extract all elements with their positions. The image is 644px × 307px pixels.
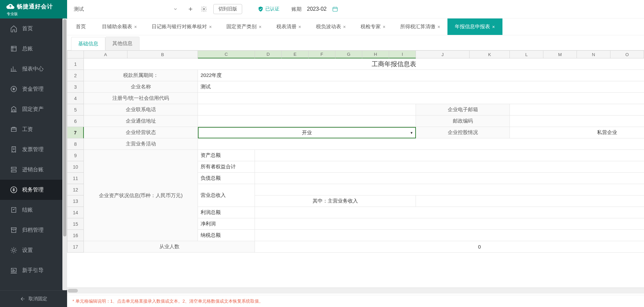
period-value[interactable]: 2023-02	[307, 6, 327, 12]
cell[interactable]	[255, 173, 644, 184]
col-header[interactable]: F	[309, 50, 335, 58]
col-header[interactable]: A	[84, 50, 127, 58]
row-header[interactable]: 14	[67, 207, 84, 218]
tab-item[interactable]: 年报信息申报表×	[447, 18, 502, 35]
cell[interactable]: 纳税总额	[198, 230, 255, 241]
switch-old-version-button[interactable]: 切到旧版	[213, 4, 242, 14]
cell[interactable]: 其中：主营业务收入	[255, 195, 416, 207]
cell[interactable]: 0	[255, 241, 644, 253]
tab-close-icon[interactable]: ×	[343, 24, 346, 30]
col-header[interactable]: C	[198, 50, 255, 58]
tab-item[interactable]: 税表清册×	[269, 18, 309, 35]
subtab-item[interactable]: 基础信息	[71, 37, 105, 50]
cell[interactable]	[255, 150, 644, 161]
cell[interactable]: 净利润	[198, 218, 255, 230]
row-header[interactable]: 1	[67, 58, 84, 70]
sidebar-item-home[interactable]: 首页	[0, 18, 67, 39]
cell[interactable]	[416, 195, 644, 207]
col-header[interactable]: D	[255, 50, 282, 58]
cell[interactable]	[198, 138, 644, 150]
sidebar-item-salary[interactable]: 工资	[0, 119, 67, 139]
tab-item[interactable]: 固定资产类别×	[219, 18, 269, 35]
cell[interactable]	[255, 218, 644, 230]
subtab-item[interactable]: 其他信息	[105, 37, 140, 50]
sidebar-item-ledger[interactable]: 总账	[0, 39, 67, 59]
col-header[interactable]: N	[577, 50, 610, 58]
sidebar-item-inout[interactable]: 进销台账	[0, 160, 67, 180]
cell[interactable]: 资产总额	[198, 150, 255, 161]
cell[interactable]: 利润总额	[198, 207, 255, 218]
cell[interactable]: 主营业务活动	[84, 138, 198, 150]
sidebar-item-close[interactable]: 结账	[0, 200, 67, 220]
sidebar-item-invoice[interactable]: 发票管理	[0, 139, 67, 160]
sidebar-item-chart[interactable]: 报表中心	[0, 59, 67, 79]
cell[interactable]: 负债总额	[198, 173, 255, 184]
col-header[interactable]: K	[470, 50, 510, 58]
cell[interactable]: 注册号/统一社会信用代码	[84, 93, 198, 104]
row-header[interactable]: 16	[67, 230, 84, 241]
cell[interactable]	[198, 104, 416, 116]
cell[interactable]: 企业联系电话	[84, 104, 198, 116]
tab-close-icon[interactable]: ×	[299, 24, 301, 30]
sidebar-item-tax[interactable]: 税务管理	[0, 180, 67, 200]
cell[interactable]: 2022年度	[198, 70, 644, 81]
cell[interactable]: 所有者权益合计	[198, 161, 255, 173]
merged-asset-label[interactable]: 企业资产状况信息(币种：人民币万元)	[84, 150, 198, 241]
cell[interactable]: 企业经营状态	[84, 127, 198, 138]
col-header[interactable]: I	[389, 50, 416, 58]
row-header[interactable]: 15	[67, 218, 84, 230]
cell[interactable]	[510, 104, 644, 116]
row-header[interactable]: 5	[67, 104, 84, 116]
sidebar-item-money[interactable]: 资金管理	[0, 79, 67, 99]
row-header[interactable]: 7	[67, 127, 84, 138]
sheet-title[interactable]: 工商年报信息表	[84, 58, 644, 70]
add-button[interactable]	[186, 5, 195, 13]
row-header[interactable]: 9	[67, 150, 84, 161]
cell[interactable]	[255, 207, 644, 218]
tab-close-icon[interactable]: ×	[259, 24, 261, 30]
sidebar-item-gear[interactable]: 设置	[0, 240, 67, 260]
settings-button[interactable]	[200, 5, 208, 13]
col-header[interactable]: O	[610, 50, 644, 58]
sheet-corner[interactable]	[67, 50, 84, 58]
col-header[interactable]: E	[282, 50, 309, 58]
tab-item[interactable]: 目辅助余额表×	[95, 18, 144, 35]
row-header[interactable]: 2	[67, 70, 84, 81]
row-header[interactable]: 11	[67, 173, 84, 184]
row-header[interactable]: 8	[67, 138, 84, 150]
sidebar-scrollbar[interactable]	[62, 18, 67, 290]
cell[interactable]: 从业人数	[84, 241, 255, 253]
cell[interactable]	[198, 116, 416, 127]
tab-close-icon[interactable]: ×	[383, 24, 385, 30]
cell[interactable]: 邮政编码	[416, 116, 510, 127]
col-header[interactable]: M	[543, 50, 577, 58]
row-header[interactable]: 10	[67, 161, 84, 173]
row-header[interactable]: 4	[67, 93, 84, 104]
cell[interactable]	[510, 116, 644, 127]
tab-close-icon[interactable]: ×	[134, 24, 137, 30]
cell[interactable]: 企业电子邮箱	[416, 104, 510, 116]
tab-item[interactable]: 税检专家×	[353, 18, 393, 35]
cell[interactable]: 企业名称	[84, 81, 198, 93]
cell[interactable]: 测试	[198, 81, 644, 93]
cell[interactable]: 税款所属期间：	[84, 70, 198, 81]
col-header[interactable]: B	[127, 50, 198, 58]
row-header[interactable]: 3	[67, 81, 84, 93]
cell[interactable]: 企业通信地址	[84, 116, 198, 127]
sheet-hscrollbar[interactable]	[67, 288, 644, 294]
cell[interactable]: 私营企业	[510, 127, 644, 138]
tab-item[interactable]: 所得税汇算清缴×	[393, 18, 447, 35]
cell[interactable]	[255, 161, 644, 173]
tab-close-icon[interactable]: ×	[492, 24, 495, 30]
tab-home[interactable]: 首页	[67, 18, 95, 35]
unpin-button[interactable]: 取消固定	[0, 290, 67, 307]
calendar-icon[interactable]	[332, 6, 338, 12]
tab-close-icon[interactable]: ×	[437, 24, 440, 30]
sidebar-item-archive[interactable]: 归档管理	[0, 220, 67, 240]
col-header[interactable]: H	[362, 50, 389, 58]
sidebar-item-asset[interactable]: 固定资产	[0, 99, 67, 119]
row-header[interactable]: 17	[67, 241, 84, 253]
row-header[interactable]: 13	[67, 195, 84, 207]
cell[interactable]	[255, 184, 644, 195]
sidebar-item-guide[interactable]: 新手引导	[0, 260, 67, 280]
